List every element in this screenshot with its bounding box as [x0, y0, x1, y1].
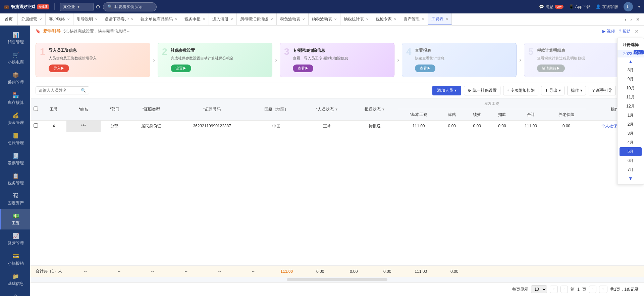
tab-close-icon[interactable]: ✕: [39, 17, 42, 21]
th-checkbox[interactable]: [30, 98, 41, 121]
status-filter-icon[interactable]: ▼: [335, 108, 338, 111]
add-person-btn[interactable]: 添加人员 ▾: [432, 86, 461, 95]
tab-所得税汇算清缴[interactable]: 所得税汇算清缴 ✕: [237, 13, 277, 25]
sidebar-item-系统管理[interactable]: ⚙ 系统管理: [0, 290, 30, 296]
month-3[interactable]: 3月: [618, 129, 644, 138]
tab-纳税波动表[interactable]: 纳税波动表 ✕: [309, 13, 340, 25]
step-btn-2[interactable]: 设置▶: [171, 65, 191, 72]
prev-page-btn[interactable]: ‹: [560, 286, 568, 293]
month-10[interactable]: 10月: [618, 84, 644, 93]
tab-close-icon[interactable]: ✕: [422, 17, 424, 21]
sidebar-item-固定资产[interactable]: 🏗 固定资产: [0, 189, 30, 209]
guide-btn[interactable]: ? 新手引导: [589, 86, 616, 95]
search-wrap[interactable]: 🔍: [36, 86, 89, 94]
operate-btn[interactable]: 操作 ▾: [567, 86, 586, 95]
tab-进入清册[interactable]: 进入清册 ✕: [209, 13, 237, 25]
month-up-btn[interactable]: ▲: [628, 59, 633, 64]
special-deduction-btn[interactable]: + 专项附加扣除: [503, 86, 538, 95]
sidebar-item-采购管理[interactable]: 📦 采购管理: [0, 69, 30, 89]
tab-纳税统计表[interactable]: 纳税统计表 ✕: [340, 13, 372, 25]
row-checkbox-cell[interactable]: [30, 120, 41, 132]
month-7[interactable]: 7月: [618, 165, 644, 174]
sidebar-item-总账管理[interactable]: 📒 总账管理: [0, 129, 30, 149]
demo-search[interactable]: 🔍 我要看实例演示: [103, 2, 157, 11]
month-6[interactable]: 6月: [618, 156, 644, 165]
tab-close-icon[interactable]: ✕: [366, 17, 369, 21]
sidebar-item-基础信息[interactable]: 📁 基础信息: [0, 270, 30, 290]
month-8[interactable]: 8月: [618, 66, 644, 75]
row-checkbox[interactable]: [34, 123, 38, 128]
tab-close-icon[interactable]: ✕: [175, 17, 177, 21]
month-5-active[interactable]: 5月: [620, 147, 642, 156]
tab-引导说明[interactable]: 引导说明 ✕: [73, 13, 101, 25]
search-input[interactable]: [39, 88, 79, 93]
select-all-checkbox[interactable]: [34, 107, 38, 111]
month-2[interactable]: 2月: [618, 120, 644, 129]
personal-social-link[interactable]: 个人社保: [601, 123, 617, 129]
month-12[interactable]: 12月: [618, 102, 644, 111]
online-service-btn[interactable]: 👤 在线客服: [596, 4, 618, 10]
th-pension: 养老保险: [547, 109, 586, 120]
tab-close-icon-active[interactable]: ✕: [445, 17, 448, 21]
month-9[interactable]: 9月: [618, 75, 644, 84]
tab-往来单位商品编码[interactable]: 往来单位商品编码 ✕: [137, 13, 181, 25]
company-selector[interactable]: 某企业 ▾: [60, 3, 94, 11]
month-down-btn[interactable]: ▼: [628, 176, 633, 181]
sidebar-item-销售管理[interactable]: 📊 销售管理: [0, 28, 30, 48]
sidebar-icon-system: ⚙: [13, 293, 18, 296]
step-btn-3[interactable]: 查看▶: [293, 65, 313, 72]
tab-close-icon[interactable]: ✕: [270, 17, 273, 21]
step-btn-1[interactable]: 导入▶: [49, 65, 69, 72]
last-page-btn[interactable]: »: [599, 286, 607, 293]
first-page-btn[interactable]: «: [550, 286, 558, 293]
page-size-select[interactable]: 10 20 50: [531, 285, 547, 293]
tab-邀请下游客户[interactable]: 邀请下游客户 ✕: [101, 13, 137, 25]
tab-close-icon[interactable]: ✕: [302, 17, 305, 21]
tab-close-all-btn[interactable]: ✕: [635, 16, 641, 23]
tab-客户联络[interactable]: 客户联络 ✕: [46, 13, 73, 25]
sidebar-item-资金管理[interactable]: 💰 资金管理: [0, 109, 30, 129]
sidebar-item-库存核算[interactable]: 🏪 库存核算: [0, 89, 30, 109]
tab-close-icon[interactable]: ✕: [67, 17, 70, 21]
report-filter-icon[interactable]: ▼: [382, 108, 385, 111]
tab-close-icon[interactable]: ✕: [95, 17, 98, 21]
tab-close-icon[interactable]: ✕: [394, 17, 396, 21]
month-1[interactable]: 1月: [618, 111, 644, 120]
tab-prev-btn[interactable]: ‹: [624, 16, 628, 23]
month-11[interactable]: 11月: [618, 93, 644, 102]
guide-close-btn[interactable]: ✕: [635, 29, 639, 34]
tab-home[interactable]: 首页: [0, 13, 18, 25]
sidebar-item-经营管理[interactable]: 📈 经营管理: [0, 229, 30, 250]
tab-next-btn[interactable]: ›: [629, 16, 633, 23]
tab-税务申报[interactable]: 税务申报 ✕: [181, 13, 209, 25]
tab-税负波动表[interactable]: 税负波动表 ✕: [277, 13, 309, 25]
tab-工资表[interactable]: 工资表 ✕: [428, 13, 452, 25]
user-avatar[interactable]: U: [624, 2, 633, 11]
sidebar-item-税务管理[interactable]: 📋 税务管理: [0, 169, 30, 189]
help-link[interactable]: ? 帮助: [619, 29, 631, 34]
tab-资产管理[interactable]: 资产管理 ✕: [400, 13, 428, 25]
sidebar-item-工资[interactable]: 💵 工资: [0, 209, 30, 229]
tab-close-icon[interactable]: ✕: [230, 17, 233, 21]
settings-icon[interactable]: ⚙: [96, 4, 100, 10]
sidebar-item-小畅报销[interactable]: 💳 小畅报销: [0, 250, 30, 270]
next-page-btn[interactable]: ›: [589, 286, 596, 293]
tab-税检专家[interactable]: 税检专家 ✕: [372, 13, 400, 25]
user-dropdown-icon[interactable]: ▾: [638, 5, 640, 9]
footer-dash-3: --: [143, 269, 163, 274]
horizontal-scrollbar[interactable]: [287, 278, 387, 281]
app-download-btn[interactable]: 📱 App下载: [569, 4, 590, 10]
tab-close-icon[interactable]: ✕: [334, 17, 337, 21]
sidebar-item-发票管理[interactable]: 🧾 发票管理: [0, 149, 30, 169]
video-link[interactable]: ▶ 视频: [602, 29, 615, 34]
step-btn-5[interactable]: 敬请期待▶: [537, 65, 565, 72]
unified-social-btn[interactable]: ⚙ 统一社保设置: [464, 86, 500, 95]
export-btn[interactable]: ⬇ 导出 ▾: [541, 86, 565, 95]
tab-分层经营[interactable]: 分层经营 ✕: [18, 13, 46, 25]
month-4[interactable]: 4月: [618, 138, 644, 147]
tab-close-icon[interactable]: ✕: [203, 17, 205, 21]
step-btn-4[interactable]: 查看▶: [415, 65, 435, 72]
sidebar-item-小畅电商[interactable]: 🛒 小畅电商: [0, 48, 30, 69]
tab-close-icon[interactable]: ✕: [131, 17, 133, 21]
messages-btn[interactable]: 💬 消息 99+: [539, 4, 563, 10]
